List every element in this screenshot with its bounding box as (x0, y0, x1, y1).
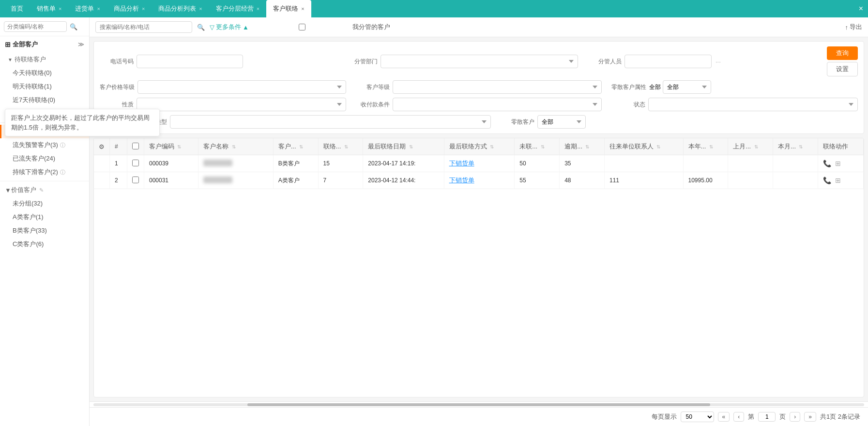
price-level-select[interactable] (137, 80, 346, 94)
col-name[interactable]: 客户名称 ⇅ (198, 138, 273, 155)
next-page-button[interactable]: › (790, 412, 800, 422)
row-last-contact-method: 下销货单 (444, 172, 515, 189)
col-uncontacted[interactable]: 未联... ⇅ (515, 138, 560, 155)
retail-customer-select[interactable]: 全部 (537, 115, 586, 129)
manager-more-button[interactable]: ··· (712, 58, 725, 65)
my-customers-checkbox[interactable] (254, 24, 350, 30)
nav-tab-customer-management[interactable]: 客户分层经营 × (209, 0, 266, 17)
row-checkbox-cell (127, 172, 144, 189)
search-button[interactable]: 🔍 (197, 24, 205, 31)
col-last-contact-date[interactable]: 最后联络日期 ⇅ (363, 138, 444, 155)
arrow-down-icon-2: ▼ (5, 187, 11, 194)
status-select[interactable] (648, 98, 858, 111)
close-customer-contact-tab[interactable]: × (301, 6, 304, 12)
col-this-year[interactable]: 本年... ⇅ (683, 138, 728, 155)
sidebar-pending-label[interactable]: ▼ 待联络客户 (0, 53, 89, 66)
row-name (198, 172, 273, 189)
customer-type-select[interactable] (170, 115, 490, 129)
col-contact-person[interactable]: 往来单位联系人 ⇅ (605, 138, 684, 155)
row-last-contact-method: 下销货单 (444, 155, 515, 172)
last-page-button[interactable]: » (804, 412, 816, 422)
col-overdue[interactable]: 逾期... ⇅ (560, 138, 605, 155)
close-product-analysis-tab[interactable]: × (142, 6, 145, 12)
contact-method-link[interactable]: 下销货单 (449, 176, 474, 184)
col-contact-count[interactable]: 联络... ⇅ (318, 138, 363, 155)
export-button[interactable]: ↑ 导出 (845, 23, 863, 31)
contact-method-link[interactable]: 下销货单 (449, 160, 474, 167)
phone-action-icon[interactable]: 📞 (823, 176, 831, 184)
more-conditions-button[interactable]: ▽ 更多条件 ▲ (210, 23, 249, 31)
sidebar-all-customers[interactable]: ⊞ 全部客户 ≫ (0, 36, 89, 53)
nav-tab-product-analysis-list[interactable]: 商品分析列表 × (152, 0, 209, 17)
search-input[interactable] (95, 21, 192, 33)
sidebar-search-input[interactable] (4, 21, 67, 32)
per-page-label: 每页显示 (652, 412, 677, 421)
sidebar-value-customers-label[interactable]: ▼ 价值客户 ✎ (0, 183, 89, 197)
row-checkbox[interactable] (132, 160, 139, 166)
col-last-contact-method[interactable]: 最后联络方式 ⇅ (444, 138, 515, 155)
sidebar-item-b-class[interactable]: B类客户(33) (0, 224, 89, 237)
phone-input[interactable] (137, 55, 243, 68)
my-customers-checkbox-label[interactable]: 我分管的客户 (254, 23, 390, 31)
sidebar-item-continuous-decline[interactable]: 持续下滑客户(2) ⓘ (0, 165, 89, 179)
row-index: 2 (110, 172, 127, 189)
phone-action-icon[interactable]: 📞 (823, 160, 831, 167)
customer-level-select[interactable] (393, 80, 602, 94)
col-code[interactable]: 客户编码 ⇅ (144, 138, 198, 155)
nav-tab-customer-contact[interactable]: 客户联络 × (266, 0, 311, 17)
sort-contact-person-icon: ⇅ (656, 144, 660, 149)
manager-input[interactable] (624, 55, 712, 68)
query-button[interactable]: 查询 (827, 46, 858, 60)
grid-action-icon[interactable]: ⊞ (835, 160, 841, 167)
close-purchase-tab[interactable]: × (97, 6, 100, 12)
close-customer-management-tab[interactable]: × (257, 6, 259, 12)
window-close-button[interactable]: × (859, 4, 863, 13)
col-this-month[interactable]: 本月... ⇅ (773, 138, 818, 155)
sidebar-item-today[interactable]: 今天待联络(0) (0, 66, 89, 80)
nav-tab-product-analysis[interactable]: 商品分析 × (107, 0, 152, 17)
sidebar-item-tomorrow[interactable]: 明天待联络(1) (0, 80, 89, 93)
grid-action-icon[interactable]: ⊞ (835, 176, 841, 184)
sidebar-item-c-class[interactable]: C类客户(6) (0, 237, 89, 251)
first-page-button[interactable]: « (718, 412, 730, 422)
per-page-select[interactable]: 50 20 100 (681, 411, 714, 422)
col-last-month[interactable]: 上月... ⇅ (728, 138, 773, 155)
nav-tab-home[interactable]: 首页 (4, 0, 30, 17)
nav-tab-purchase[interactable]: 进货单 × (68, 0, 107, 17)
col-category[interactable]: 客户... ⇅ (273, 138, 318, 155)
row-this-month (773, 155, 818, 172)
sort-date-icon: ⇅ (409, 144, 413, 149)
sidebar-item-7days[interactable]: 近7天待联络(0) (0, 93, 89, 107)
gender-select[interactable] (137, 98, 346, 111)
select-all-checkbox[interactable] (132, 143, 139, 149)
edit-icon[interactable]: ✎ (39, 187, 44, 193)
row-checkbox[interactable] (132, 176, 139, 183)
sidebar-item-unclassified[interactable]: 未分组(32) (0, 197, 89, 210)
filter-price-level: 客户价格等级 (100, 80, 346, 94)
dept-label: 分管部门 (344, 58, 378, 66)
sidebar-divider-2 (0, 181, 89, 181)
phone-label: 电话号码 (100, 58, 134, 66)
sidebar-item-lost-customers[interactable]: 已流失客户(24) (0, 152, 89, 165)
close-product-analysis-list-tab[interactable]: × (199, 6, 202, 12)
page-input[interactable] (758, 412, 776, 422)
retail-attr-select[interactable]: 全部 (663, 80, 711, 94)
sort-this-year-icon: ⇅ (709, 144, 713, 149)
sidebar-item-a-class[interactable]: A类客户(1) (0, 210, 89, 224)
sidebar-search-icon[interactable]: 🔍 (70, 23, 77, 30)
row-settings-cell (94, 155, 110, 172)
settings-button[interactable]: 设置 (827, 62, 858, 76)
horizontal-scrollbar[interactable] (90, 401, 868, 407)
info-icon-3: ⓘ (60, 169, 65, 176)
row-overdue: 35 (560, 155, 605, 172)
prev-page-button[interactable]: ‹ (733, 412, 744, 422)
filter-dept: 分管部门 (344, 55, 578, 68)
sort-method-icon: ⇅ (490, 144, 494, 149)
sidebar-item-loss-warning[interactable]: 流失预警客户(3) ⓘ (0, 138, 89, 152)
nav-tab-sales[interactable]: 销售单 × (30, 0, 68, 17)
close-sales-tab[interactable]: × (59, 6, 61, 12)
settings-gear-icon[interactable]: ⚙ (99, 143, 105, 150)
collapse-icon[interactable]: ≫ (78, 41, 84, 48)
payment-select[interactable] (393, 98, 602, 111)
dept-select[interactable] (381, 55, 578, 68)
